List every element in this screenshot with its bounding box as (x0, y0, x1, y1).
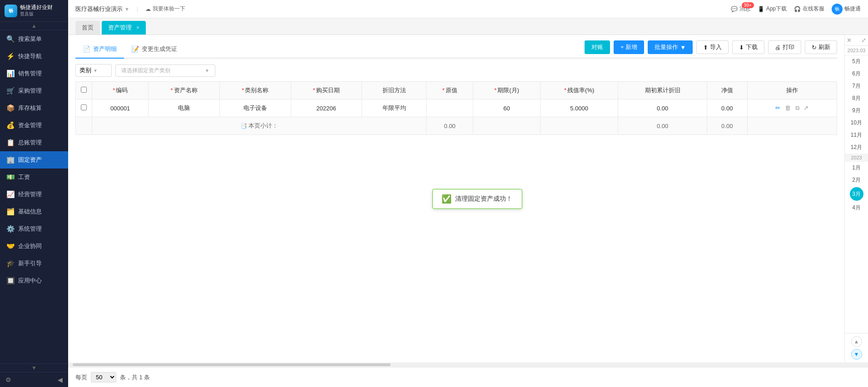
sidebar-item-finance[interactable]: 💰 资金管理 (0, 117, 68, 134)
batch-ops-btn[interactable]: 批量操作 ▼ (648, 40, 693, 54)
sidebar-item-sales[interactable]: 📊 销售管理 (0, 65, 68, 82)
sidebar-item-label: 系统管理 (18, 225, 42, 233)
new-btn[interactable]: + 新增 (614, 40, 644, 54)
tab-asset-mgmt[interactable]: 资产管理 × (102, 21, 146, 35)
sidebar-footer: ⚙ ◀ (0, 372, 68, 387)
month-3-active[interactable]: 3月 (850, 187, 863, 201)
download-icon: ⬇ (739, 44, 744, 51)
search-icon: 🔍 (6, 35, 15, 43)
subtotal-residual (540, 117, 618, 135)
panel-up-btn[interactable]: ▲ (851, 336, 862, 347)
refresh-icon: ↻ (812, 44, 817, 51)
settings-icon[interactable]: ⚙ (5, 376, 11, 383)
app-logo: 畅 (5, 5, 17, 17)
username: 畅捷通 (844, 5, 861, 13)
month-5[interactable]: 5月 (845, 55, 868, 68)
category-select[interactable]: 类别 ▼ (75, 64, 112, 77)
sidebar-item-payroll[interactable]: 💵 工资 (0, 169, 68, 186)
reconcile-btn[interactable]: 对账 (585, 40, 610, 54)
app-title: 畅捷通好业财 (20, 4, 53, 11)
cloud-icon: ☁ (145, 6, 151, 12)
row-net-value: 0.00 (707, 99, 747, 117)
message-icon: 💬 (731, 6, 738, 12)
experience-btn[interactable]: ☁ 我要体验一下 (145, 5, 185, 13)
collapse-icon[interactable]: ◀ (58, 376, 63, 383)
sidebar-scroll-up[interactable]: ▲ (31, 23, 37, 29)
sidebar-item-guide[interactable]: 🎓 新手引导 (0, 255, 68, 272)
change-voucher-label: 变更生成凭证 (142, 45, 177, 53)
month-8[interactable]: 8月 (845, 92, 868, 104)
app-download-btn[interactable]: 📱 App下载 (758, 5, 787, 13)
row-period: 60 (473, 99, 541, 117)
month-10[interactable]: 10月 (845, 117, 868, 129)
sidebar-item-ledger[interactable]: 📋 总账管理 (0, 134, 68, 151)
sidebar-item-label: 采购管理 (18, 87, 42, 95)
ops-icon: 📈 (6, 190, 15, 198)
sidebar-item-ops[interactable]: 📈 经营管理 (0, 186, 68, 203)
subtotal-period (473, 117, 541, 135)
sidebar-item-system[interactable]: ⚙️ 系统管理 (0, 220, 68, 238)
row-purchase-date: 202206 (291, 99, 362, 117)
month-11[interactable]: 11月 (845, 129, 868, 141)
online-service-btn[interactable]: 🎧 在线客服 (794, 5, 824, 13)
subtotal-label: 📑 本页小计： (92, 117, 427, 135)
month-7[interactable]: 7月 (845, 80, 868, 92)
month-12[interactable]: 12月 (845, 141, 868, 154)
sidebar-item-basic-info[interactable]: 🗂️ 基础信息 (0, 203, 68, 220)
sidebar-scroll-down[interactable]: ▼ (31, 365, 37, 371)
download-btn[interactable]: ⬇ 下载 (732, 40, 764, 54)
guide-icon: 🎓 (6, 259, 15, 268)
print-btn[interactable]: 🖨 打印 (768, 40, 801, 54)
messages-btn[interactable]: 💬 消息 99+ (731, 5, 750, 13)
month-6[interactable]: 6月 (845, 68, 868, 80)
toast-message: 清理固定资产成功！ (455, 195, 512, 203)
import-btn[interactable]: ⬆ 导入 (696, 40, 729, 54)
basic-info-icon: 🗂️ (6, 208, 15, 216)
company-selector[interactable]: 医疗器械行业演示 ▼ (75, 5, 129, 13)
row-ops: ✏ 🗑 ⧉ ↗ (747, 99, 837, 117)
sidebar-item-fixed-assets[interactable]: 🏢 固定资产 (0, 151, 68, 169)
tab-close-btn[interactable]: × (136, 24, 140, 31)
header-checkbox-cell (76, 82, 92, 99)
panel-expand-icon[interactable]: ⤢ (861, 37, 866, 44)
sidebar-item-enterprise[interactable]: 🤝 企业协同 (0, 238, 68, 255)
month-9[interactable]: 9月 (845, 104, 868, 117)
horizontal-scrollbar[interactable] (68, 362, 868, 367)
sidebar-item-quick-nav[interactable]: ⚡ 快捷导航 (0, 48, 68, 65)
month-1[interactable]: 1月 (845, 162, 868, 174)
category-input[interactable]: 请选择固定资产类别 ▼ (115, 64, 215, 77)
sidebar-item-purchase[interactable]: 🛒 采购管理 (0, 82, 68, 99)
headset-icon: 🎧 (794, 6, 801, 12)
toast-icon: ✅ (441, 194, 451, 204)
more-icon[interactable]: ↗ (804, 104, 808, 111)
row-code: 000001 (92, 99, 149, 117)
user-menu[interactable]: 畅 畅捷通 (832, 4, 861, 15)
row-checkbox[interactable] (81, 104, 87, 110)
copy-icon[interactable]: ⧉ (795, 104, 799, 111)
panel-down-btn[interactable]: ▼ (851, 349, 862, 360)
month-4[interactable]: 4月 (845, 202, 868, 214)
subtotal-row: 📑 本页小计： 0.00 0.00 0.00 (76, 117, 837, 135)
per-page-select[interactable]: 50 100 200 (91, 372, 116, 382)
month-2[interactable]: 2月 (845, 174, 868, 186)
sub-tab-asset-detail[interactable]: 📄 资产明细 (75, 40, 124, 59)
logo-text: 畅 (9, 8, 13, 14)
subtotal-original: 0.00 (427, 117, 473, 135)
sidebar-item-inventory[interactable]: 📦 库存核算 (0, 99, 68, 117)
panel-close-icon[interactable]: ✕ (847, 37, 852, 44)
delete-icon[interactable]: 🗑 (785, 104, 791, 111)
select-all-checkbox[interactable] (81, 87, 87, 93)
refresh-btn[interactable]: ↻ 刷新 (805, 40, 837, 54)
tab-asset-mgmt-label: 资产管理 (108, 24, 132, 31)
category-placeholder: 请选择固定资产类别 (121, 67, 170, 74)
quick-nav-icon: ⚡ (6, 52, 15, 60)
edit-icon[interactable]: ✏ (775, 104, 780, 111)
pagination: 每页 50 100 200 条，共 1 条 (68, 367, 868, 387)
sub-tab-change-voucher[interactable]: 📝 变更生成凭证 (124, 40, 184, 59)
tab-home[interactable]: 首页 (75, 21, 100, 35)
sidebar-item-app-center[interactable]: 🔲 应用中心 (0, 272, 68, 289)
subtotal-initial-depr: 0.00 (618, 117, 707, 135)
print-icon: 🖨 (775, 44, 781, 51)
category-input-arrow: ▼ (205, 68, 209, 73)
sidebar-item-search[interactable]: 🔍 搜索菜单 (0, 30, 68, 48)
